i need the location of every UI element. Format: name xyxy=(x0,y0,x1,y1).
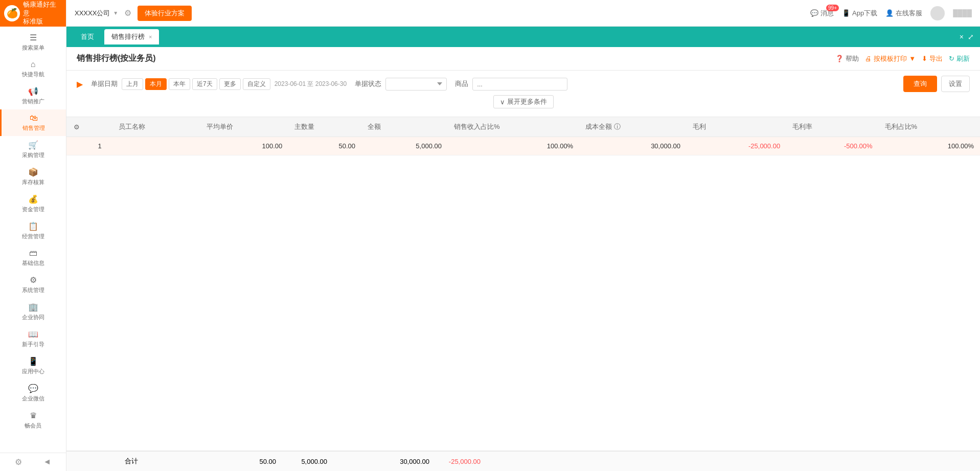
app-download-button[interactable]: 📱 App下载 xyxy=(842,9,877,18)
guide-icon: 📖 xyxy=(28,329,38,339)
th-rank xyxy=(87,117,112,137)
date-btn-this-month[interactable]: 本月 xyxy=(145,78,167,90)
company-selector[interactable]: XXXXX公司 ▼ xyxy=(75,9,118,18)
sidebar-item-search[interactable]: ☰ 搜索菜单 xyxy=(0,29,66,56)
sidebar-item-guide[interactable]: 📖 新手引导 xyxy=(0,325,66,352)
table-header: ⚙ 员工名称 平均单价 主数量 全额 销售收入占比% 成本全额 ⓘ 毛利 毛利率… xyxy=(66,117,980,137)
row-profit-pct: 100.00% xyxy=(879,137,980,155)
tab-home[interactable]: 首页 xyxy=(73,28,102,46)
th-qty: 主数量 xyxy=(288,117,361,137)
window-expand-btn[interactable]: ⤢ xyxy=(968,33,974,41)
finance-icon: 💰 xyxy=(28,194,38,204)
sidebar: 🍊 畅康通好生意 标准版 ☰ 搜索菜单 ⌂ 快捷导航 📢 营销推广 🛍 销售管理… xyxy=(0,0,66,471)
export-button[interactable]: ⬇ 导出 xyxy=(922,54,943,63)
operations-icon: 📋 xyxy=(28,221,38,231)
service-icon: 👤 xyxy=(885,9,894,17)
sidebar-item-sales[interactable]: 🛍 销售管理 xyxy=(0,109,66,136)
column-settings-icon[interactable]: ⚙ xyxy=(74,123,80,131)
table-row: 1 100.00 50.00 5,000.00 100.00% 30,000.0… xyxy=(66,137,980,155)
help-icon: ❓ xyxy=(835,55,844,62)
message-icon: 💬 xyxy=(810,9,818,17)
footer-profit: -25,000.00 xyxy=(436,458,487,465)
window-close-btn[interactable]: × xyxy=(960,33,964,41)
enterprise-icon: 🏢 xyxy=(28,302,38,312)
marketing-icon: 📢 xyxy=(28,86,38,96)
help-button[interactable]: ❓ 帮助 xyxy=(835,54,859,63)
th-name: 员工名称 xyxy=(112,117,200,137)
goods-input[interactable] xyxy=(472,78,567,91)
row-cost: 30,000.00 xyxy=(579,137,687,155)
row-qty: 50.00 xyxy=(288,137,361,155)
export-icon: ⬇ xyxy=(922,55,927,62)
th-avg-price: 平均单价 xyxy=(200,117,288,137)
home-icon: ⌂ xyxy=(31,60,36,69)
sidebar-item-basic[interactable]: 🗃 基础信息 xyxy=(0,244,66,271)
refresh-button[interactable]: ↻ 刷新 xyxy=(949,54,970,63)
page-title: 销售排行榜(按业务员) xyxy=(77,53,156,64)
th-profit-rate: 毛利率 xyxy=(786,117,878,137)
tab-sales-ranking[interactable]: 销售排行榜 × xyxy=(104,29,159,44)
footer-label: 合计 xyxy=(119,457,180,466)
th-profit-pct: 毛利占比% xyxy=(879,117,980,137)
sidebar-item-system[interactable]: ⚙ 系统管理 xyxy=(0,271,66,298)
sidebar-nav: ☰ 搜索菜单 ⌂ 快捷导航 📢 营销推广 🛍 销售管理 🛒 采购管理 📦 库存核… xyxy=(0,27,66,453)
system-icon: ⚙ xyxy=(30,275,37,285)
date-btn-last-month[interactable]: 上月 xyxy=(122,78,143,90)
page-header: 销售排行榜(按业务员) ❓ 帮助 🖨 按模板打印 ▼ ⬇ 导出 ↻ 刷新 xyxy=(66,47,980,71)
th-profit: 毛利 xyxy=(687,117,786,137)
status-select[interactable] xyxy=(385,78,447,91)
topbar-settings-icon[interactable]: ⚙ xyxy=(124,8,131,18)
tab-label: 销售排行榜 xyxy=(111,32,145,41)
query-button[interactable]: 查询 xyxy=(903,76,937,92)
filter-settings-button[interactable]: 设置 xyxy=(941,76,970,92)
date-btn-more[interactable]: 更多 xyxy=(219,78,241,90)
sidebar-item-purchase[interactable]: 🛒 采购管理 xyxy=(0,136,66,163)
bottom-settings-btn[interactable]: ⚙ xyxy=(15,457,22,467)
sidebar-item-inventory[interactable]: 📦 库存核算 xyxy=(0,163,66,190)
main-area: XXXXX公司 ▼ ⚙ 体验行业方案 💬 消息 99+ 📱 App下载 👤 在线… xyxy=(66,0,980,471)
sidebar-item-operations[interactable]: 📋 经营管理 xyxy=(0,217,66,244)
sidebar-item-shortcut[interactable]: ⌂ 快捷导航 xyxy=(0,56,66,82)
sidebar-collapse-btn[interactable]: ◄ xyxy=(43,457,51,467)
trial-button[interactable]: 体验行业方案 xyxy=(138,6,192,21)
th-amount: 全额 xyxy=(361,117,448,137)
row-profit-rate: -500.00% xyxy=(786,137,878,155)
row-settings xyxy=(66,137,87,155)
online-service-button[interactable]: 👤 在线客服 xyxy=(885,9,922,18)
wechat-icon: 💬 xyxy=(28,384,38,393)
tab-close-icon[interactable]: × xyxy=(149,34,152,40)
inventory-icon: 📦 xyxy=(28,167,38,177)
topbar-right: 💬 消息 99+ 📱 App下载 👤 在线客服 ████ xyxy=(810,6,972,20)
filter-collapse-btn[interactable]: ▶ xyxy=(77,79,83,89)
sidebar-item-apps[interactable]: 📱 应用中心 xyxy=(0,352,66,379)
row-avg-price: 100.00 xyxy=(200,137,288,155)
message-button[interactable]: 💬 消息 99+ xyxy=(810,9,834,18)
expand-icon: ∨ xyxy=(500,98,505,106)
refresh-icon: ↻ xyxy=(949,55,954,62)
date-btn-this-year[interactable]: 本年 xyxy=(169,78,190,90)
sidebar-item-member[interactable]: ♛ 畅会员 xyxy=(0,407,66,434)
sidebar-item-marketing[interactable]: 📢 营销推广 xyxy=(0,82,66,109)
date-buttons: 上月 本月 本年 近7天 更多 自定义 xyxy=(122,78,270,90)
th-sales-pct: 销售收入占比% xyxy=(448,117,579,137)
footer-qty: 50.00 xyxy=(231,458,282,465)
sidebar-item-wechat[interactable]: 💬 企业微信 xyxy=(0,379,66,407)
logo: 🍊 畅康通好生意 标准版 xyxy=(0,0,66,27)
date-label: 单据日期 xyxy=(91,79,118,88)
sidebar-item-finance[interactable]: 💰 资金管理 xyxy=(0,190,66,217)
member-icon: ♛ xyxy=(30,411,37,420)
date-btn-7days[interactable]: 近7天 xyxy=(192,78,217,90)
user-name[interactable]: ████ xyxy=(953,9,972,17)
filter-row-1: ▶ 单据日期 上月 本月 本年 近7天 更多 自定义 2023-06-01 至 … xyxy=(77,76,970,92)
table-footer: 合计 50.00 5,000.00 30,000.00 -25,000.00 xyxy=(66,451,980,471)
table-container: ⚙ 员工名称 平均单价 主数量 全额 销售收入占比% 成本全额 ⓘ 毛利 毛利率… xyxy=(66,117,980,451)
expand-button[interactable]: ∨ 展开更多条件 xyxy=(493,95,554,108)
purchase-icon: 🛒 xyxy=(28,140,38,150)
page-content: 销售排行榜(按业务员) ❓ 帮助 🖨 按模板打印 ▼ ⬇ 导出 ↻ 刷新 xyxy=(66,47,980,471)
date-btn-custom[interactable]: 自定义 xyxy=(243,78,270,90)
sidebar-item-enterprise[interactable]: 🏢 企业协同 xyxy=(0,298,66,325)
row-profit: -25,000.00 xyxy=(687,137,786,155)
logo-text: 畅康通好生意 标准版 xyxy=(23,1,62,27)
print-button[interactable]: 🖨 按模板打印 ▼ xyxy=(865,54,916,63)
company-dropdown-icon: ▼ xyxy=(113,10,118,16)
